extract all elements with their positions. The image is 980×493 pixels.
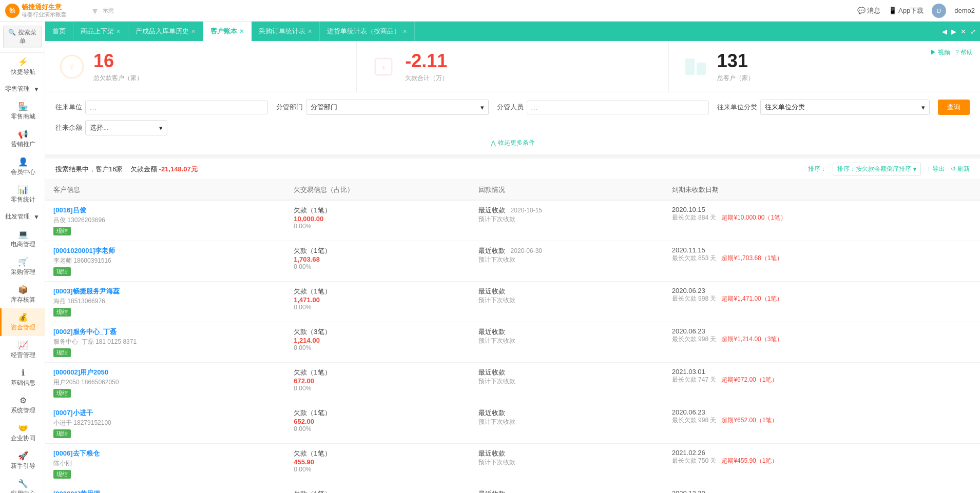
sidebar-item-marketing[interactable]: 📢 营销推广: [0, 125, 45, 153]
last-payment-label-6: 最近收款: [478, 449, 656, 458]
query-button[interactable]: 查询: [938, 100, 970, 115]
customer-name-link-7[interactable]: [000001]黄思源: [53, 489, 277, 493]
tab-goods-on-off[interactable]: 商品上下架 ✕: [73, 22, 128, 41]
tab-next-btn[interactable]: ▶: [951, 28, 956, 35]
tab-prev-btn[interactable]: ◀: [942, 28, 947, 35]
col-payment-status: 回款情况: [470, 180, 664, 200]
right-panel: 首页 商品上下架 ✕ 产成品入库单历史 ✕ 客户账本 ✕ 采购订单统计表 ✕: [45, 22, 980, 493]
filter-label-category: 往来单位分类: [717, 103, 757, 112]
debt-amount-2[interactable]: 1,471.00: [294, 296, 462, 304]
debt-amount-1[interactable]: 1,703.68: [294, 255, 462, 263]
quick-nav-icon: ⚡: [4, 57, 43, 67]
debt-amount-0[interactable]: 10,000.00: [294, 215, 462, 223]
tab-close-all-btn[interactable]: ✕: [960, 28, 966, 35]
customer-contact-1: 李老师 18600391516: [53, 257, 277, 265]
video-btn[interactable]: ▶ 视频: [930, 48, 950, 57]
sidebar-item-guide[interactable]: 🚀 新手引导: [0, 447, 45, 475]
debt-percent-3: 0.00%: [294, 344, 462, 351]
overdue-link-2[interactable]: 超期¥1,471.00（1笔）: [721, 295, 783, 302]
customer-name-link-6[interactable]: [0006]去下粮仓: [53, 449, 277, 458]
tab-purchase-stats-by-goods[interactable]: 进货单统计表（按商品） ✕: [320, 22, 415, 41]
sidebar-item-app-center[interactable]: 🔧 应用中心: [0, 475, 45, 493]
debt-amount-5[interactable]: 652.00: [294, 418, 462, 425]
collapse-btn[interactable]: ⋀ 收起更多条件: [55, 139, 970, 147]
user-avatar[interactable]: D: [932, 4, 946, 18]
last-payment-label-2: 最近收款: [478, 287, 656, 296]
app-switcher[interactable]: 示意: [103, 7, 114, 14]
cell-debt-info-3: 欠款（3笔） 1,214.00 0.00%: [285, 322, 470, 363]
search-menu-btn[interactable]: 🔍 搜索菜单: [3, 26, 42, 48]
overdue-link-6[interactable]: 超期¥455.90（1笔）: [721, 457, 778, 464]
customer-name-link-5[interactable]: [0007]小进干: [53, 408, 277, 418]
help-btn[interactable]: ? 帮助: [955, 48, 973, 57]
filter-select-dept[interactable]: 分管部门 ▾: [306, 100, 489, 115]
sidebar-item-finance[interactable]: 💰 资金管理: [0, 308, 45, 336]
tab-close-icon[interactable]: ✕: [239, 28, 244, 35]
filter-select-category[interactable]: 往来单位分类 ▾: [760, 100, 930, 115]
tab-close-icon[interactable]: ✕: [402, 28, 407, 35]
sidebar-group-retail[interactable]: 零售管理 ▼: [0, 81, 45, 97]
tab-home[interactable]: 首页: [45, 22, 73, 41]
cell-payment-status-4: 最近收款 预计下次收款: [470, 363, 664, 403]
sidebar-group-wholesale[interactable]: 批发管理 ▼: [0, 208, 45, 225]
username[interactable]: demo2: [954, 7, 975, 14]
sidebar-item-member[interactable]: 👤 会员中心: [0, 153, 45, 181]
cell-customer-info-4: [000002]用户2050 用户2050 18665062050 现结: [45, 363, 285, 403]
cell-customer-info-5: [0007]小进干 小进干 18279152100 现结: [45, 403, 285, 444]
tab-close-icon[interactable]: ✕: [191, 28, 196, 35]
result-bar: 搜索结果中，客户16家 欠款金额 -21,148.07元 排序： 排序：按欠款金…: [45, 159, 980, 180]
filter-select-balance[interactable]: 选择... ▾: [85, 120, 167, 135]
filter-row-2: 往来余额 选择... ▾: [55, 120, 970, 135]
sidebar-item-inventory[interactable]: 📦 库存核算: [0, 281, 45, 308]
overdue-link-5[interactable]: 超期¥652.00（1笔）: [721, 417, 778, 424]
overdue-link-0[interactable]: 超期¥10,000.00（1笔）: [721, 214, 786, 221]
debt-amount-4[interactable]: 672.00: [294, 377, 462, 385]
overdue-link-3[interactable]: 超期¥1,214.00（3笔）: [721, 336, 783, 343]
customer-name-link-0[interactable]: [0016]吕俊: [53, 206, 277, 215]
filter-input-unit[interactable]: ...: [85, 101, 268, 114]
filter-input-person[interactable]: ...: [527, 101, 709, 114]
debt-percent-2: 0.00%: [294, 304, 462, 311]
sidebar-item-system[interactable]: ⚙ 系统管理: [0, 391, 45, 419]
debt-percent-6: 0.00%: [294, 466, 462, 473]
customer-contact-6: 陈小刚: [53, 459, 277, 468]
cell-due-date-6: 2021.02.26 最长欠款 750 天 超期¥455.90（1笔）: [664, 444, 980, 484]
message-btn[interactable]: 💬 消息: [857, 6, 881, 15]
tab-maximize-btn[interactable]: ⤢: [970, 28, 976, 35]
tab-close-icon[interactable]: ✕: [308, 28, 312, 35]
next-payment-2: 预计下次收款: [478, 296, 656, 305]
tab-purchase-order-stats[interactable]: 采购订单统计表 ✕: [252, 22, 320, 41]
result-info: 搜索结果中，客户16家 欠款金额 -21,148.07元: [55, 165, 198, 174]
customer-name-link-1[interactable]: [0001020001]李老师: [53, 246, 277, 255]
customer-name-link-3[interactable]: [0002]服务中心_丁磊: [53, 327, 277, 337]
debt-amount-3[interactable]: 1,214.00: [294, 337, 462, 344]
sidebar-item-retail-stats[interactable]: 📊 零售统计: [0, 181, 45, 208]
cell-customer-info-1: [0001020001]李老师 李老师 18600391516 现结: [45, 241, 285, 282]
customer-name-link-4[interactable]: [000002]用户2050: [53, 368, 277, 377]
stat-info-1: 16 总欠款客户（家）: [93, 50, 143, 83]
tab-customer-ledger[interactable]: 客户账本 ✕: [203, 22, 252, 41]
tab-production-history[interactable]: 产成品入库单历史 ✕: [128, 22, 203, 41]
tab-close-icon[interactable]: ✕: [116, 28, 121, 35]
app-download-btn[interactable]: 📱 App下载: [889, 6, 924, 15]
sort-select[interactable]: 排序：按欠款金额倒序排序 ▾: [833, 163, 921, 175]
sidebar-item-purchase[interactable]: 🛒 采购管理: [0, 253, 45, 281]
cell-debt-info-1: 欠款（1笔） 1,703.68 0.00%: [285, 241, 470, 282]
table-body: [0016]吕俊 吕俊 13026203696 现结 欠款（1笔） 10,000…: [45, 200, 980, 493]
overdue-link-4[interactable]: 超期¥672.00（1笔）: [721, 376, 778, 383]
dropdown-arrow[interactable]: ▾: [92, 5, 98, 17]
overdue-link-1[interactable]: 超期¥1,703.68（1笔）: [721, 254, 783, 262]
sidebar-item-ecommerce[interactable]: 💻 电商管理: [0, 225, 45, 253]
refresh-btn[interactable]: ↺ 刷新: [951, 165, 970, 173]
customer-name-link-2[interactable]: [0003]畅捷服务尹海蕊: [53, 287, 277, 296]
sidebar-item-basic-info[interactable]: ℹ 基础信息: [0, 364, 45, 391]
cell-debt-info-6: 欠款（1笔） 455.90 0.00%: [285, 444, 470, 484]
stat-number-debt-total: -2.11: [405, 50, 448, 72]
export-btn[interactable]: ↑ 导出: [927, 165, 944, 173]
customer-tag-2: 现结: [53, 308, 71, 317]
debt-amount-6[interactable]: 455.90: [294, 458, 462, 466]
sidebar-item-operations[interactable]: 📈 经营管理: [0, 336, 45, 364]
sidebar-item-retail-mall[interactable]: 🏪 零售商城: [0, 97, 45, 125]
sidebar-item-corp-collab[interactable]: 🤝 企业协同: [0, 419, 45, 447]
sidebar-item-quick-nav[interactable]: ⚡ 快捷导航: [0, 53, 45, 81]
